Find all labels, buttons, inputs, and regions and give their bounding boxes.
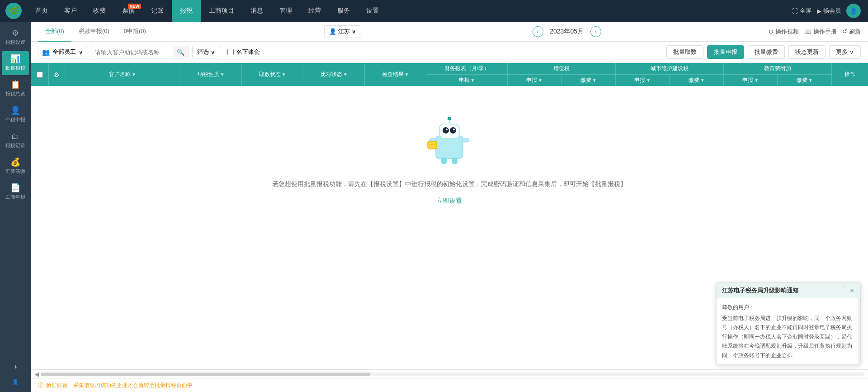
header-financial-group: 财务报表（月/季） 申报 ▼ (426, 63, 508, 86)
nav-service[interactable]: 服务 (329, 0, 358, 22)
nav-home[interactable]: 首页 (27, 0, 56, 22)
employee-chevron-icon: ∨ (79, 49, 83, 56)
header-checkbox[interactable] (37, 72, 43, 78)
sidebar-item-personal-tax[interactable]: 👤 个税申报 (2, 103, 29, 127)
prev-month-button[interactable]: ‹ (533, 26, 543, 37)
svg-rect-0 (436, 136, 463, 158)
urban-pay-sort-icon: ▼ (700, 78, 705, 83)
urban-declare-header: 申报 ▼ (616, 75, 670, 86)
urban-group-label: 城市维护建设税 (616, 63, 723, 75)
sidebar-bottom: ⬇ 👤 (0, 360, 31, 392)
sidebar-item-tax-summary[interactable]: 📋 报税总览 (2, 77, 29, 101)
nav-customer[interactable]: 客户 (56, 0, 85, 22)
video-action[interactable]: ⊙ 操作视频 (769, 28, 799, 36)
empty-robot-illustration (422, 113, 476, 167)
nav-bookkeeping[interactable]: 记账 (143, 0, 172, 22)
urban-declare-sort-icon: ▼ (646, 78, 651, 83)
nav-invoice[interactable]: 票据 NEW (114, 0, 143, 22)
nav-management[interactable]: 管理 (271, 0, 300, 22)
svg-point-7 (448, 117, 451, 120)
more-chevron-icon: ∨ (849, 49, 854, 56)
tabs-left: 全部(0) 税款申报(0) 0申报(0) (38, 22, 153, 42)
notification-greeting: 尊敬的用户： (722, 303, 855, 312)
sidebar-download[interactable]: ⬇ (2, 360, 29, 373)
scroll-left-arrow[interactable]: ◀ (34, 371, 39, 378)
tab-all[interactable]: 全部(0) (38, 22, 71, 42)
fullscreen-icon: ⛶ (792, 8, 798, 14)
header-check-result: 检查结果 ▼ (365, 63, 426, 86)
header-operations: 操作 (832, 63, 868, 86)
table-header: ⚙ 客户名称 ▼ 纳税性质 ▼ 取数状态 ▼ 比对状态 ▼ (31, 63, 868, 86)
vat-pay-sort-icon: ▼ (592, 78, 597, 83)
status-bar: ⓘ 验证账密、采集信息均成功的企业才会流转至批量报税页面中 (31, 378, 868, 392)
setup-link[interactable]: 立即设置 (437, 197, 462, 205)
financial-sub-headers: 申报 ▼ (426, 75, 507, 86)
sidebar-item-tax-settings[interactable]: ⚙ 报税设置 (2, 25, 29, 49)
nav-message[interactable]: 消息 (242, 0, 271, 22)
education-group-label: 教育费附加 (724, 63, 831, 75)
nav-fee[interactable]: 收费 (85, 0, 114, 22)
refresh-action[interactable]: ↺ 刷新 (842, 28, 861, 36)
notification-close-button[interactable]: ✕ (849, 287, 855, 294)
batch-tax-icon: 📊 (10, 55, 20, 63)
refresh-icon: ↺ (842, 28, 847, 35)
search-input[interactable] (91, 47, 173, 58)
notification-scrollbar[interactable] (858, 298, 860, 364)
tax-summary-icon: 📋 (10, 81, 20, 89)
province-select[interactable]: 👤 江苏 ∨ (324, 25, 361, 38)
manual-icon: 📖 (804, 28, 811, 35)
member-button[interactable]: ▶ 畅会员 (817, 7, 841, 15)
sidebar-item-settlement[interactable]: 💰 汇算清缴 (2, 154, 29, 178)
sidebar-item-annual-report[interactable]: 📄 工商年报 (2, 180, 29, 204)
header-settings[interactable]: ⚙ (49, 63, 65, 86)
batch-pay-button[interactable]: 批量缴费 (748, 45, 785, 59)
education-sub-headers: 申报 ▼ 缴费 ▼ (724, 75, 831, 86)
tab-zero-declaration[interactable]: 0申报(0) (117, 22, 153, 42)
batch-fetch-button[interactable]: 批量取数 (666, 45, 703, 59)
tax-settings-icon: ⚙ (12, 29, 19, 37)
education-pay-header: 缴费 ▼ (778, 75, 831, 86)
vat-sub-headers: 申报 ▼ 缴费 ▼ (508, 75, 615, 86)
header-tax-nature: 纳税性质 ▼ (180, 63, 242, 86)
search-button[interactable]: 🔍 (173, 46, 188, 58)
month-display: 2023年05月 (549, 28, 585, 36)
fullscreen-button[interactable]: ⛶ 全屏 (792, 7, 811, 15)
sidebar-item-tax-record[interactable]: 🗂 报税记录 (2, 129, 29, 153)
vat-group-label: 增值税 (508, 63, 615, 75)
employee-select[interactable]: 👥 全部员工 ∨ (38, 46, 87, 58)
fetch-sort-icon: ▼ (282, 72, 286, 77)
manual-action[interactable]: 📖 操作手册 (804, 28, 837, 36)
notification-title: 江苏电子税务局升级影响通知 (722, 287, 798, 295)
scrollbar-thumb (41, 373, 370, 376)
svg-rect-9 (463, 139, 469, 142)
nav-tax[interactable]: 报税 (172, 0, 201, 22)
accounts-checkbox[interactable] (227, 49, 234, 55)
tabs-bar: 全部(0) 税款申报(0) 0申报(0) 👤 江苏 ∨ ‹ 2023年05月 › (31, 22, 868, 42)
next-month-button[interactable]: › (590, 26, 601, 37)
tab-tax-declaration[interactable]: 税款申报(0) (71, 22, 117, 42)
empty-state-text: 若您想使用批量报税功能，请先在【报税设置】中进行报税的初始化设置，完成密码验证和… (272, 178, 627, 190)
resize-handle[interactable]: ⤢ (840, 283, 848, 292)
avatar[interactable]: 👤 (846, 4, 861, 18)
filter-button[interactable]: 筛选 ∨ (192, 46, 220, 58)
education-declare-sort-icon: ▼ (754, 78, 759, 83)
avatar-icon: 👤 (850, 8, 857, 14)
personal-tax-icon: 👤 (10, 106, 20, 115)
more-button[interactable]: 更多 ∨ (829, 45, 861, 59)
nav-business[interactable]: 工商项目 (201, 0, 242, 22)
sidebar-user[interactable]: 👤 (2, 375, 29, 388)
notification-body-wrap: 尊敬的用户： 受当前电子税务局进一步升级的影响，同一个政务网账号（办税人）名下的… (717, 298, 860, 364)
notification-popup: 江苏电子税务局升级影响通知 ✕ 尊敬的用户： 受当前电子税务局进一步升级的影响，… (716, 282, 861, 365)
checkbox-wrap: 名下账套 (227, 48, 260, 56)
nav-items: 首页 客户 收费 票据 NEW 记账 报税 工商项目 消息 管理 经营 服务 设… (27, 0, 792, 22)
status-update-button[interactable]: 状态更新 (788, 45, 826, 59)
nav-settings[interactable]: 设置 (358, 0, 387, 22)
sidebar-item-batch-tax[interactable]: 📊 批量报税 (2, 51, 29, 75)
user-small-icon: 👤 (329, 28, 336, 35)
nav-operation[interactable]: 经营 (300, 0, 329, 22)
financial-declare-sort-icon: ▼ (471, 78, 475, 83)
customer-sort-icon: ▼ (132, 72, 136, 77)
financial-group-label: 财务报表（月/季） (426, 63, 507, 75)
member-icon: ▶ (817, 8, 821, 14)
batch-declare-button[interactable]: 批量申报 (707, 45, 744, 59)
